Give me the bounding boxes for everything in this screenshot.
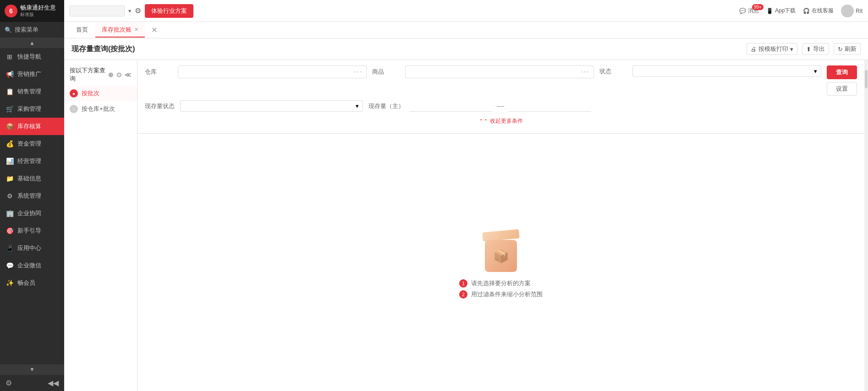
right-scrollbar[interactable]: [864, 60, 868, 391]
tab-home-label: 首页: [76, 26, 88, 34]
online-service-button[interactable]: 🎧 在线客服: [803, 7, 834, 15]
print-dropdown-icon[interactable]: ▾: [790, 46, 793, 53]
trial-button[interactable]: 体验行业方案: [145, 4, 193, 18]
sidebar-item-label-system: 系统管理: [17, 192, 41, 200]
enterprise-icon: 🏢: [5, 209, 14, 217]
filter-settings-icon[interactable]: ⊙: [116, 71, 122, 78]
sidebar-item-label-newbie: 新手引导: [17, 227, 41, 235]
sidebar-item-membership[interactable]: ✨畅会员: [0, 274, 64, 292]
sidebar-item-marketing[interactable]: 📢营销推广: [0, 65, 64, 83]
sidebar-search[interactable]: 🔍 搜索菜单: [0, 22, 64, 38]
sidebar-item-label-finance: 资金管理: [17, 140, 41, 148]
product-dots[interactable]: ···: [581, 68, 590, 76]
breadcrumb-input[interactable]: [70, 5, 125, 16]
filter-by-batch-label: 按批次: [82, 89, 99, 98]
status-field: 状态 ▾: [599, 65, 821, 77]
current-stock-max-input[interactable]: [509, 101, 591, 112]
sidebar-item-newbie[interactable]: 🎯新手引导: [0, 222, 64, 239]
sidebar-item-operations[interactable]: 📊经营管理: [0, 152, 64, 170]
warehouse-input[interactable]: ···: [178, 65, 367, 78]
settings-button[interactable]: 设置: [827, 82, 857, 96]
sidebar-scroll-up[interactable]: ▲: [0, 38, 64, 48]
sidebar-scroll-down[interactable]: ▼: [0, 364, 64, 375]
current-stock-min-input[interactable]: [410, 101, 492, 112]
app-download-button[interactable]: 📱 App下载: [766, 7, 796, 15]
search-icon: 🔍: [5, 27, 12, 33]
tab-home[interactable]: 首页: [70, 23, 94, 38]
empty-state: 📦 1 请先选择要分析的方案 2 用过滤条件来缩小分析范围: [137, 134, 864, 391]
tab-close-icon[interactable]: ✕: [134, 27, 138, 33]
sidebar-item-purchase[interactable]: 🛒采购管理: [0, 100, 64, 118]
sidebar-subtitle: 标准版: [20, 11, 56, 18]
user-avatar[interactable]: Rit: [841, 5, 863, 17]
app-icon: 📱: [766, 8, 773, 14]
tab-bar-close-icon[interactable]: ✕: [151, 26, 157, 34]
tab-bar: 首页 库存批次账 ✕ ✕: [64, 22, 868, 38]
warehouse-label: 仓库: [145, 68, 172, 76]
newbie-icon: 🎯: [5, 227, 14, 235]
online-service-label: 在线客服: [812, 7, 834, 15]
settings-icon[interactable]: ⚙: [5, 379, 12, 387]
refresh-label: 刷新: [845, 45, 857, 53]
status-label: 状态: [599, 67, 627, 76]
messages-badge: 99+: [752, 4, 764, 10]
topbar-gear-icon[interactable]: ⚙: [135, 6, 141, 15]
tab-inventory-batch[interactable]: 库存批次账 ✕: [95, 23, 145, 38]
message-icon: 💬: [739, 8, 746, 14]
marketing-icon: 📢: [5, 70, 14, 78]
sidebar-item-appstore[interactable]: 📱应用中心: [0, 239, 64, 257]
main-area: ▾ ⚙ 体验行业方案 💬 消息 99+ 📱 App下载 🎧 在线客服 Rit: [64, 0, 868, 391]
sidebar-item-label-appstore: 应用中心: [17, 244, 41, 252]
sidebar-item-sales[interactable]: 📋销售管理: [0, 83, 64, 100]
empty-tip-2: 2 用过滤条件来缩小分析范围: [459, 290, 543, 299]
current-stock-field: 现存量（主） —: [368, 101, 591, 112]
content-area: 按以下方案查询 ⊕ ⊙ ≪ ● 按批次 ○ 按仓库+批次: [64, 60, 868, 391]
sidebar-item-label-inventory: 库存核算: [17, 122, 41, 130]
page-title: 现存量查询(按批次): [71, 44, 135, 54]
sidebar-item-basics[interactable]: 📁基础信息: [0, 170, 64, 187]
inventory-status-select[interactable]: ▾: [180, 100, 363, 112]
sidebar-title: 畅康通好生意: [20, 4, 56, 12]
collapse-sidebar-icon[interactable]: ◀◀: [48, 379, 59, 387]
collapse-filter-icon[interactable]: ≪: [125, 71, 132, 78]
query-form: 仓库 ··· 商品 ···: [137, 60, 864, 134]
sidebar-item-enterprise[interactable]: 🏢企业协同: [0, 205, 64, 222]
filter-item-by-batch[interactable]: ● 按批次: [64, 86, 137, 101]
sidebar-item-wechat[interactable]: 💬企业微信: [0, 257, 64, 274]
product-input[interactable]: ···: [405, 65, 594, 78]
sidebar-item-label-marketing: 营销推广: [17, 70, 41, 78]
export-button[interactable]: ⬆ 导出: [802, 43, 829, 55]
sidebar-logo-icon: 6: [5, 5, 17, 17]
sidebar-item-finance[interactable]: 💰资金管理: [0, 135, 64, 152]
filter-panel-header: 按以下方案查询 ⊕ ⊙ ≪: [64, 64, 137, 86]
sidebar-item-inventory[interactable]: 📦库存核算: [0, 118, 64, 135]
empty-tip-1: 1 请先选择要分析的方案: [459, 279, 543, 288]
page-actions: 🖨 按模板打印 ▾ ⬆ 导出 ↻ 刷新: [747, 43, 861, 55]
collapse-conditions-btn[interactable]: ⌃⌃ 收起更多条件: [145, 114, 857, 128]
filter-by-warehouse-batch-label: 按仓库+批次: [82, 105, 115, 113]
inventory-icon: 📦: [5, 122, 14, 130]
tip-2-number: 2: [459, 290, 467, 299]
sidebar-item-label-operations: 经营管理: [17, 157, 41, 165]
print-button[interactable]: 🖨 按模板打印 ▾: [747, 43, 797, 55]
sidebar-item-quick-nav[interactable]: ⊞快捷导航: [0, 48, 64, 65]
product-field: 商品 ···: [372, 65, 594, 78]
filter-panel-title: 按以下方案查询: [70, 66, 108, 83]
membership-icon: ✨: [5, 279, 14, 287]
top-bar-right: 💬 消息 99+ 📱 App下载 🎧 在线客服 Rit: [739, 5, 863, 17]
query-button[interactable]: 查询: [827, 65, 857, 79]
system-icon: ⚙: [5, 192, 14, 200]
refresh-button[interactable]: ↻ 刷新: [834, 43, 861, 55]
dropdown-icon[interactable]: ▾: [128, 8, 131, 14]
avatar-image: [841, 5, 854, 17]
add-filter-icon[interactable]: ⊕: [108, 71, 114, 78]
sidebar-bottom: ⚙ ◀◀: [0, 375, 64, 391]
top-bar-left: ▾ ⚙ 体验行业方案: [70, 4, 736, 18]
messages-button[interactable]: 💬 消息 99+: [739, 7, 759, 15]
warehouse-dots[interactable]: ···: [354, 68, 363, 76]
purchase-icon: 🛒: [5, 105, 14, 113]
status-select[interactable]: ▾: [632, 65, 821, 77]
filter-item-by-warehouse-batch[interactable]: ○ 按仓库+批次: [64, 101, 137, 117]
sidebar-item-system[interactable]: ⚙系统管理: [0, 187, 64, 205]
form-buttons: 查询 设置: [827, 65, 857, 96]
